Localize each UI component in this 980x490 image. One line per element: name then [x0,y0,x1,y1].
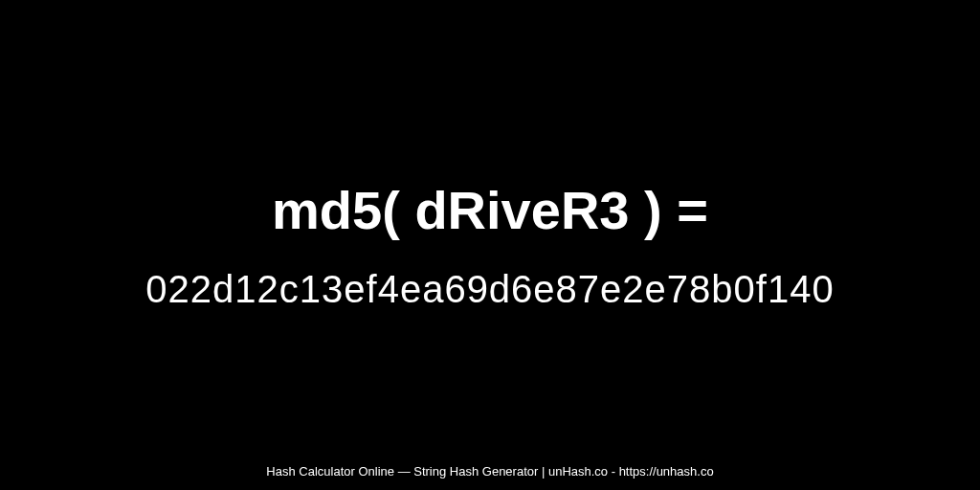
hash-result: 022d12c13ef4ea69d6e87e2e78b0f140 [145,268,834,311]
main-content: md5( dRiveR3 ) = 022d12c13ef4ea69d6e87e2… [0,0,980,490]
hash-expression: md5( dRiveR3 ) = [272,179,708,241]
footer-text: Hash Calculator Online — String Hash Gen… [0,464,980,479]
